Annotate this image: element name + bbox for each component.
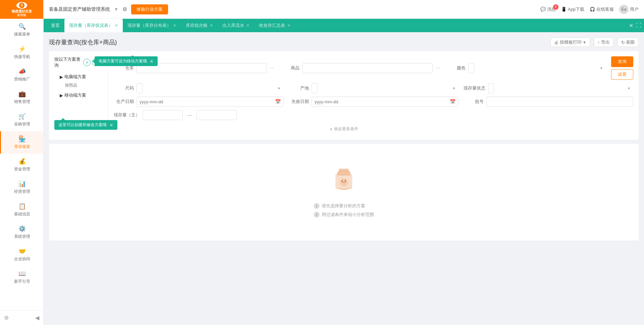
finance-icon: 💰 — [18, 158, 26, 165]
scheme-group-mobile-header[interactable]: ▶ 移动端方案 — [60, 91, 108, 100]
tab-summary[interactable]: 收发存汇总表 ✕ — [254, 19, 295, 32]
inventory-status-select[interactable] — [488, 83, 494, 93]
goods-label: 商品 — [279, 65, 300, 71]
prod-date-calendar-icon[interactable]: 📅 — [275, 99, 281, 104]
scheme-tooltip-2-close-icon[interactable]: ✕ — [109, 122, 113, 128]
message-item[interactable]: 💬 消息 6 — [540, 6, 556, 12]
origin-select[interactable] — [312, 83, 318, 93]
collapse-up-icon: ∧ — [330, 127, 333, 131]
empty-illustration — [327, 164, 361, 198]
sidebar-item-finance[interactable]: 💰 资金管理 — [0, 154, 43, 176]
tab-inventory-status[interactable]: 现存量（库存状况表） ✕ — [64, 19, 123, 32]
tab-fullscreen-icon[interactable]: ⛶ — [636, 22, 641, 29]
warehouse-dots[interactable]: ··· — [270, 65, 274, 71]
expiry-date-input[interactable] — [312, 97, 459, 107]
filter-item-prod-date: 生产日期 📅 — [114, 97, 283, 107]
sidebar-item-quicknav[interactable]: ⚡ 快捷导航 — [0, 41, 43, 64]
print-label: 按模板打印 — [560, 39, 582, 45]
export-label: 导出 — [601, 39, 610, 45]
sidebar-item-guide[interactable]: 📖 新手引导 — [0, 266, 43, 288]
batch-input[interactable] — [486, 97, 633, 107]
search-button[interactable]: 查询 — [611, 56, 633, 67]
size-label: 尺码 — [114, 85, 134, 91]
empty-state: 1 请先选择要分析的方案 2 用过滤条件来缩小分析范围 — [49, 144, 639, 240]
sidebar-item-system[interactable]: ⚙️ 系统管理 — [0, 221, 43, 243]
logo-text: 畅捷通好生意 标准版 — [12, 9, 32, 17]
svg-point-7 — [345, 180, 346, 181]
color-select[interactable] — [468, 63, 474, 73]
sidebar-item-purchase[interactable]: 🛒 采购管理 — [0, 109, 43, 131]
inventory-main-max-input[interactable] — [197, 110, 237, 120]
scheme-tooltip-1-close-icon[interactable]: ✕ — [150, 59, 154, 64]
tab-inventory-status-close-icon[interactable]: ✕ — [115, 23, 118, 28]
tab-inventory-distribution-close-icon[interactable]: ✕ — [173, 23, 176, 28]
sidebar-item-basicinfo-label: 基础信息 — [14, 211, 30, 217]
size-select[interactable] — [137, 83, 143, 93]
tab-home[interactable]: 首页 — [46, 19, 64, 32]
dropdown-arrow-icon: ▼ — [114, 7, 118, 12]
sidebar-bottom: ⚙ ◀ — [0, 310, 43, 325]
export-button[interactable]: ↑ 导出 — [594, 38, 614, 47]
sidebar-item-sales[interactable]: 💼 销售管理 — [0, 86, 43, 109]
user-item[interactable]: Ea 用户 — [619, 5, 639, 14]
filter-row-3: 生产日期 📅 失效日期 📅 — [114, 97, 633, 107]
avatar: Ea — [619, 5, 629, 14]
print-button[interactable]: 🖨 按模板打印 ▼ — [550, 38, 590, 47]
tab-inventory-distribution[interactable]: 现存量（库存分布表） ✕ — [123, 19, 181, 32]
add-scheme-button[interactable]: + — [83, 59, 91, 66]
guide-icon: 📖 — [18, 270, 26, 277]
industry-plan-button[interactable]: 体验行业方案 — [131, 4, 168, 14]
reset-button[interactable]: 设置 — [611, 69, 633, 80]
refresh-button[interactable]: ↻ 刷新 — [618, 38, 639, 47]
system-name-label: 装备及固定资产辅助管理系统 — [49, 6, 110, 12]
scheme-item-by-goods[interactable]: 按照品 — [60, 81, 108, 90]
app-download-item[interactable]: 📱 App下载 — [561, 6, 584, 12]
tab-summary-close-icon[interactable]: ✕ — [287, 23, 290, 28]
sidebar-item-basicinfo[interactable]: 📋 基础信息 — [0, 199, 43, 221]
filter-item-size: 尺码 — [114, 83, 283, 93]
page-title: 现存量查询(按仓库+商品) — [49, 38, 117, 46]
tab-inventory-status-label: 现存量（库存状况表） — [69, 22, 113, 29]
settings-gear-icon[interactable]: ⚙ — [122, 6, 127, 12]
tab-inout-flow-label: 出入库流水 — [222, 22, 244, 29]
sidebar-item-enterprise-label: 企业协同 — [14, 256, 30, 262]
sidebar-item-marketing-label: 营销推广 — [14, 76, 30, 82]
filter-item-inventory-status: 现存量状态 — [464, 83, 633, 93]
tab-batch-ledger[interactable]: 库存批次账 ✕ — [181, 19, 218, 32]
sidebar-item-operations-label: 经营管理 — [14, 189, 30, 195]
filter-row-1: 仓库 ··· 商品 ··· 颜色 — [114, 56, 633, 80]
sidebar-item-enterprise[interactable]: 🤝 企业协同 — [0, 243, 43, 266]
printer-icon: 🖨 — [554, 40, 558, 45]
tab-batch-ledger-close-icon[interactable]: ✕ — [210, 23, 213, 28]
online-support-item[interactable]: 🎧 在线客服 — [590, 6, 614, 12]
search-icon: 🔍 — [18, 23, 26, 30]
filter-item-expiry-date: 失效日期 📅 — [289, 97, 459, 107]
logo-icon: 6 — [16, 2, 27, 9]
tab-close-all-icon[interactable]: ✕ — [629, 22, 633, 29]
page-title-bar: 现存量查询(按仓库+商品) 🖨 按模板打印 ▼ ↑ 导出 ↻ 刷新 — [49, 38, 639, 47]
scheme-group-pc-header[interactable]: ▶ 电脑端方案 — [60, 72, 108, 81]
sidebar-item-operations[interactable]: 📊 经营管理 — [0, 176, 43, 199]
collapse-bar[interactable]: ∧ 收起更多条件 — [54, 123, 633, 134]
sidebar-item-finance-label: 资金管理 — [14, 166, 30, 172]
settings-btn[interactable]: ⚙ — [4, 315, 9, 321]
origin-label: 产地 — [289, 85, 309, 91]
goods-input[interactable] — [302, 63, 433, 73]
collapse-sidebar-btn[interactable]: ◀ — [35, 315, 39, 321]
svg-rect-4 — [339, 169, 349, 172]
sidebar-item-inventory[interactable]: 🏪 库存核算 — [0, 131, 43, 154]
sidebar: 6 畅捷通好生意 标准版 🔍 搜索菜单 ⚡ 快捷导航 📣 营销推广 💼 销售管理… — [0, 0, 44, 325]
header: 装备及固定资产辅助管理系统 ▼ ⚙ 体验行业方案 💬 消息 6 📱 App下载 … — [44, 0, 644, 19]
sidebar-item-marketing[interactable]: 📣 营销推广 — [0, 64, 43, 86]
tab-inout-flow[interactable]: 出入库流水 ✕ — [218, 19, 254, 32]
expiry-date-calendar-icon[interactable]: 📅 — [450, 99, 455, 104]
goods-dots[interactable]: ··· — [435, 65, 440, 71]
prod-date-input[interactable] — [137, 97, 283, 107]
inventory-main-min-input[interactable] — [143, 110, 183, 120]
main-area: 装备及固定资产辅助管理系统 ▼ ⚙ 体验行业方案 💬 消息 6 📱 App下载 … — [44, 0, 644, 325]
tab-inout-flow-close-icon[interactable]: ✕ — [246, 23, 250, 28]
sidebar-item-sales-label: 销售管理 — [14, 99, 30, 105]
scheme-list: ▶ 电脑端方案 按照品 ▶ 移动端方案 — [54, 72, 108, 100]
inventory-main-dash: — — [185, 113, 194, 118]
sidebar-item-search[interactable]: 🔍 搜索菜单 — [0, 19, 43, 41]
